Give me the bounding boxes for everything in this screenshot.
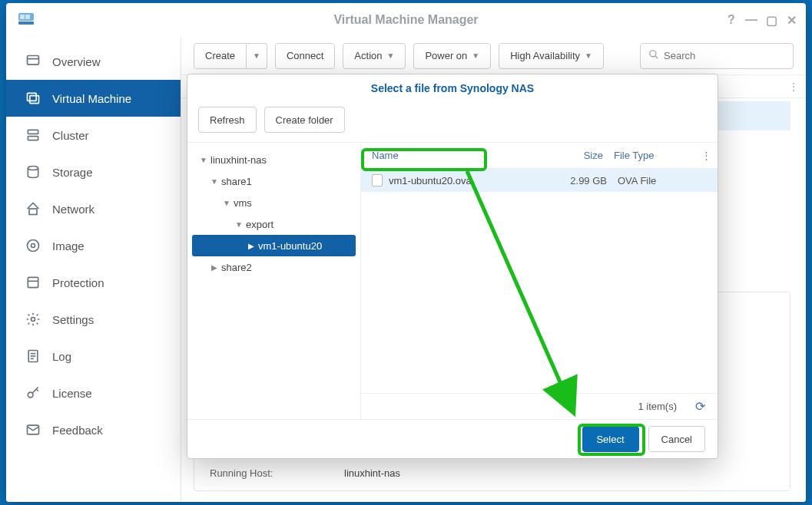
window-title: Virtual Machine Manager — [333, 13, 478, 27]
expand-toggle-icon[interactable]: ▼ — [223, 199, 230, 207]
col-file-type[interactable]: File Type — [603, 150, 695, 161]
sidebar-item-label: Network — [52, 203, 94, 216]
expand-toggle-icon[interactable]: ▶ — [247, 242, 255, 250]
search-icon — [648, 49, 659, 63]
folder-tree: ▼linuxhint-nas ▼share1 ▼vms ▼export ▶vm1… — [187, 143, 361, 419]
detail-host-key: Running Host: — [210, 467, 344, 489]
svg-rect-4 — [28, 56, 39, 65]
tree-share2[interactable]: ▶share2 — [192, 256, 356, 278]
svg-point-12 — [28, 240, 39, 252]
sidebar-item-feedback[interactable]: Feedback — [6, 411, 181, 448]
tree-root[interactable]: ▼linuxhint-nas — [192, 149, 356, 170]
svg-point-21 — [28, 392, 33, 398]
log-icon — [25, 348, 41, 365]
sidebar-item-virtual-machine[interactable]: Virtual Machine — [6, 80, 181, 117]
svg-point-23 — [650, 50, 656, 56]
sidebar-item-license[interactable]: License — [6, 375, 181, 411]
modal-footer: Select Cancel — [187, 420, 718, 458]
chevron-down-icon: ▼ — [585, 51, 592, 60]
key-icon — [25, 385, 41, 401]
tree-vm1-ubuntu20[interactable]: ▶vm1-ubuntu20 — [192, 235, 356, 256]
action-button[interactable]: Action ▼ — [343, 43, 406, 69]
select-button[interactable]: Select — [582, 426, 639, 452]
tree-share1[interactable]: ▼share1 — [192, 170, 356, 192]
kebab-icon[interactable]: ⋮ — [789, 81, 798, 92]
sidebar-item-label: Storage — [52, 166, 93, 179]
window-controls: ? — ▢ ✕ — [723, 3, 800, 37]
sidebar-item-cluster[interactable]: Cluster — [6, 117, 181, 153]
sidebar-item-label: License — [52, 387, 92, 400]
maximize-icon[interactable]: ▢ — [763, 12, 780, 28]
svg-rect-14 — [28, 277, 38, 287]
sidebar-item-settings[interactable]: Settings — [6, 301, 181, 338]
file-row[interactable]: vm1-ubuntu20.ova 2.99 GB OVA File — [361, 169, 718, 192]
main-window: Virtual Machine Manager ? — ▢ ✕ Overview… — [6, 3, 806, 502]
svg-rect-3 — [25, 15, 30, 19]
file-icon — [372, 174, 383, 186]
ha-button[interactable]: High Availability ▼ — [499, 43, 604, 69]
sidebar-item-network[interactable]: Network — [6, 190, 181, 227]
create-dropdown-toggle[interactable]: ▼ — [247, 43, 267, 69]
chevron-down-icon: ▼ — [253, 51, 260, 60]
sidebar-item-image[interactable]: Image — [6, 227, 181, 264]
expand-toggle-icon[interactable]: ▼ — [210, 177, 218, 186]
col-file-size[interactable]: Size — [542, 150, 603, 161]
file-list-footer: 1 item(s) ⟳ — [361, 393, 718, 419]
file-row-type: OVA File — [607, 175, 699, 186]
sidebar-item-label: Cluster — [52, 129, 89, 142]
expand-toggle-icon[interactable]: ▶ — [210, 263, 218, 272]
sidebar-item-log[interactable]: Log — [6, 338, 181, 375]
svg-point-16 — [31, 318, 35, 322]
svg-rect-7 — [30, 96, 39, 104]
sidebar: Overview Virtual Machine Cluster Storage… — [6, 37, 181, 502]
sidebar-item-label: Log — [52, 350, 71, 363]
modal-title: Select a file from Synology NAS — [187, 74, 718, 102]
close-icon[interactable]: ✕ — [783, 12, 800, 28]
minimize-icon[interactable]: — — [743, 12, 760, 28]
sidebar-item-storage[interactable]: Storage — [6, 153, 181, 190]
svg-point-10 — [28, 167, 38, 170]
expand-toggle-icon[interactable]: ▼ — [200, 156, 207, 164]
cluster-icon — [25, 127, 41, 144]
sidebar-item-label: Protection — [52, 276, 104, 289]
kebab-icon[interactable]: ⋮ — [701, 150, 711, 161]
power-button[interactable]: Power on ▼ — [413, 43, 491, 69]
svg-rect-8 — [28, 130, 38, 134]
titlebar: Virtual Machine Manager ? — ▢ ✕ — [6, 3, 806, 37]
refresh-icon[interactable]: ⟳ — [695, 399, 705, 414]
svg-line-24 — [655, 55, 658, 58]
search-field[interactable] — [664, 50, 793, 61]
file-row-size: 2.99 GB — [545, 175, 607, 186]
feedback-icon — [25, 421, 41, 438]
tree-export[interactable]: ▼export — [192, 213, 356, 235]
chevron-down-icon: ▼ — [472, 51, 479, 60]
sidebar-item-label: Settings — [52, 313, 94, 326]
cancel-button[interactable]: Cancel — [648, 426, 705, 452]
app-icon — [17, 9, 35, 28]
sidebar-item-label: Virtual Machine — [52, 92, 131, 105]
help-icon[interactable]: ? — [723, 12, 740, 28]
create-folder-button[interactable]: Create folder — [264, 107, 345, 133]
col-file-name[interactable]: Name — [372, 150, 542, 161]
network-icon — [25, 200, 41, 217]
create-button[interactable]: Create — [194, 43, 247, 69]
modal-toolbar: Refresh Create folder — [187, 102, 718, 142]
file-list: Name Size File Type ⋮ vm1-ubuntu20.ova 2… — [361, 143, 718, 419]
sidebar-item-overview[interactable]: Overview — [6, 43, 181, 80]
svg-rect-11 — [29, 209, 37, 215]
image-icon — [25, 237, 41, 254]
tree-vms[interactable]: ▼vms — [192, 192, 356, 213]
chevron-down-icon: ▼ — [387, 51, 395, 60]
protection-icon — [25, 274, 41, 291]
sidebar-item-label: Image — [52, 239, 85, 252]
svg-point-13 — [31, 244, 35, 248]
overview-icon — [25, 53, 41, 70]
file-row-name: vm1-ubuntu20.ova — [389, 175, 545, 186]
refresh-button[interactable]: Refresh — [198, 107, 257, 133]
connect-button[interactable]: Connect — [275, 43, 335, 69]
sidebar-item-label: Overview — [52, 55, 101, 68]
search-input[interactable] — [640, 43, 794, 69]
gear-icon — [25, 311, 41, 328]
sidebar-item-protection[interactable]: Protection — [6, 264, 181, 301]
expand-toggle-icon[interactable]: ▼ — [235, 220, 243, 229]
